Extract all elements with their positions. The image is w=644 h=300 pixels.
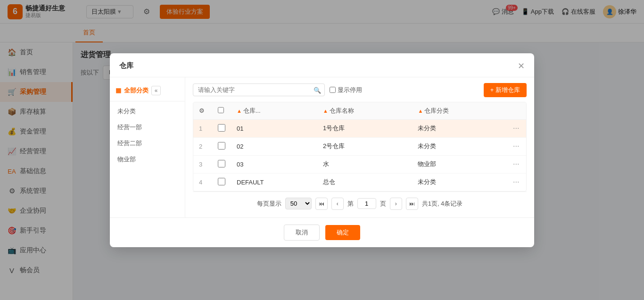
total-records: 共1页, 4条记录 [422,200,463,208]
row-checkbox-cell [212,119,231,137]
modal-header: 仓库 ✕ [110,53,534,77]
table-row[interactable]: 3 03 水 物业部 ··· [193,155,526,173]
row-num: 3 [193,155,212,173]
row-checkbox-cell [212,155,231,173]
collapse-button[interactable]: « [151,86,161,95]
per-page-label: 每页显示 [257,200,281,208]
warehouse-table: ⚙ ▲ 仓库... ▲ [193,102,527,192]
warehouse-modal: 仓库 ✕ ▦ 全部分类 « 未分类 经营一部 [110,53,534,247]
row-category: 未分类 [412,137,507,155]
sort-icon-cat: ▲ [418,108,423,114]
row-code: 02 [231,137,317,155]
table-row[interactable]: 2 02 2号仓库 未分类 ··· [193,137,526,155]
modal-toolbar: 🔍 显示停用 + 新增仓库 [193,83,527,97]
per-page-select[interactable]: 50 100 [285,198,312,209]
sort-icon-name: ▲ [323,108,328,114]
show-disabled-label[interactable]: 显示停用 [330,86,362,94]
pagination: 每页显示 50 100 ⏮ ‹ 第 页 › ⏭ 共1页, 4条记录 [193,192,527,212]
table-header-row: ⚙ ▲ 仓库... ▲ [193,102,526,120]
row-more[interactable]: ··· [507,137,526,155]
row-name: 水 [317,155,413,173]
th-checkbox [212,102,231,120]
modal-category-dept1[interactable]: 经营一部 [110,119,185,135]
row-name: 总仓 [317,173,413,191]
row-more[interactable]: ··· [507,173,526,191]
first-page-button[interactable]: ⏮ [315,198,328,210]
modal-sidebar-title: 全部分类 [124,86,149,95]
modal-title: 仓库 [119,61,133,70]
row-checkbox-cell [212,173,231,191]
row-category: 物业部 [412,155,507,173]
add-warehouse-button[interactable]: + 新增仓库 [484,83,527,97]
search-input[interactable] [193,83,325,96]
row-checkbox-cell [212,137,231,155]
row-code: DEFAULT [231,173,317,191]
row-select-checkbox[interactable] [218,124,225,132]
row-more[interactable]: ··· [507,119,526,137]
modal-footer: 取消 确定 [110,217,534,247]
row-num: 2 [193,137,212,155]
table-row[interactable]: 4 DEFAULT 总仓 未分类 ··· [193,173,526,191]
page-suffix: 页 [380,200,386,208]
th-code: ▲ 仓库... [231,102,317,120]
page-label: 第 [347,200,354,208]
row-name: 2号仓库 [317,137,413,155]
prev-page-button[interactable]: ‹ [331,198,344,210]
modal-sidebar: ▦ 全部分类 « 未分类 经营一部 经营二部 物业部 [110,77,185,217]
search-input-wrap: 🔍 [193,83,325,96]
next-page-button[interactable]: › [390,198,402,210]
modal-category-property[interactable]: 物业部 [110,151,185,167]
show-disabled-checkbox[interactable] [330,87,336,93]
modal-sidebar-header: ▦ 全部分类 « [110,82,185,101]
th-category: ▲ 仓库分类 [412,102,507,120]
row-select-checkbox[interactable] [218,178,225,185]
row-num: 1 [193,119,212,137]
sort-icon: ▲ [237,108,242,114]
row-category: 未分类 [412,119,507,137]
row-more[interactable]: ··· [507,155,526,173]
modal-close-icon[interactable]: ✕ [518,61,525,71]
page-number-input[interactable] [357,198,376,209]
modal-category-dept2[interactable]: 经营二部 [110,135,185,151]
modal-overlay: 仓库 ✕ ▦ 全部分类 « 未分类 经营一部 [0,0,644,300]
row-name: 1号仓库 [317,119,413,137]
table-row[interactable]: 1 01 1号仓库 未分类 ··· [193,119,526,137]
row-code: 03 [231,155,317,173]
row-code: 01 [231,119,317,137]
th-name: ▲ 仓库名称 [317,102,413,120]
grid-category-icon: ▦ [116,87,121,94]
modal-body: ▦ 全部分类 « 未分类 经营一部 经营二部 物业部 [110,77,534,217]
confirm-button[interactable]: 确定 [325,225,360,240]
select-all-checkbox[interactable] [218,107,224,113]
row-select-checkbox[interactable] [218,160,225,167]
cancel-button[interactable]: 取消 [284,225,320,241]
row-select-checkbox[interactable] [218,142,225,150]
last-page-button[interactable]: ⏭ [406,198,418,210]
row-num: 4 [193,173,212,191]
settings-col-icon: ⚙ [199,107,205,114]
th-action [507,102,526,120]
modal-main: 🔍 显示停用 + 新增仓库 ⚙ [185,77,534,217]
th-settings: ⚙ [193,102,212,120]
search-icon[interactable]: 🔍 [314,86,321,93]
modal-category-unclassified[interactable]: 未分类 [110,103,185,119]
row-category: 未分类 [412,173,507,191]
